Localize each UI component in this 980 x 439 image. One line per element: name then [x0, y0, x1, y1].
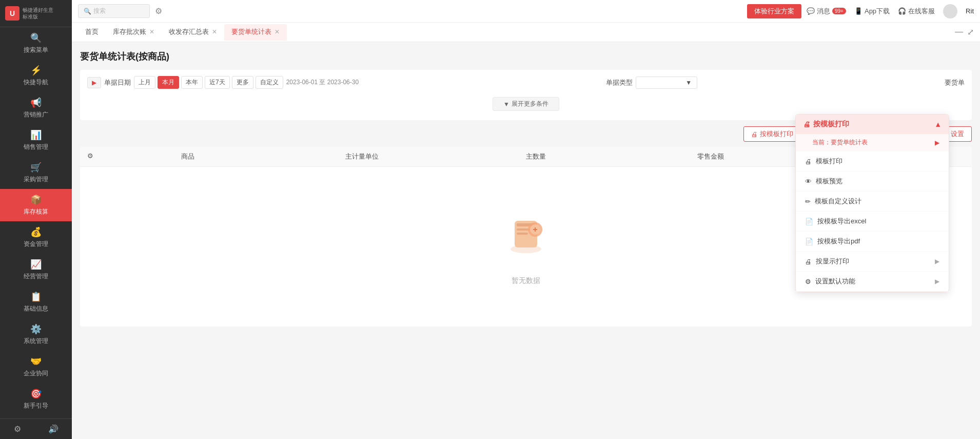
- dropdown-item-export-pdf[interactable]: 📄 按模板导出pdf: [796, 232, 949, 252]
- sidebar-item-label: 基础信息: [24, 304, 48, 313]
- date-buttons: 上月 本月 本年 近7天 更多 自定义: [134, 76, 283, 89]
- template-preview-icon: 👁: [805, 178, 812, 185]
- export-excel-icon: 📄: [805, 218, 813, 225]
- sidebar-nav: 🔍 搜索菜单 ⚡ 快捷导航 📢 营销推广 📊 销售管理 🛒 采购管理 📦 库存核…: [0, 27, 72, 418]
- sidebar-item-search[interactable]: 🔍 搜索菜单: [0, 27, 72, 60]
- tab-batch-label: 库存批次账: [113, 27, 146, 36]
- sidebar-item-finance[interactable]: 💰 资金管理: [0, 221, 72, 254]
- tab-home[interactable]: 首页: [78, 24, 106, 41]
- user-avatar[interactable]: [943, 4, 957, 18]
- app-logo: U 畅捷通好生意 标准版: [0, 0, 72, 27]
- maximize-icon[interactable]: ⤢: [967, 27, 974, 37]
- empty-icon: [500, 208, 552, 269]
- type-filter-label: 单据类型: [606, 78, 633, 87]
- sidebar-item-sales[interactable]: 📊 销售管理: [0, 124, 72, 157]
- trial-button[interactable]: 体验行业方案: [747, 4, 801, 18]
- tab-receipts-close[interactable]: ✕: [212, 28, 217, 35]
- sidebar-item-inventory[interactable]: 📦 库存核算: [0, 189, 72, 221]
- download-icon: 📱: [854, 7, 863, 15]
- sidebar-bottom: ⚙ 🔊: [0, 418, 72, 439]
- tab-receipts[interactable]: 收发存汇总表 ✕: [162, 24, 224, 41]
- sound-button[interactable]: 🔊: [48, 424, 58, 434]
- dropdown-item-export-excel[interactable]: 📄 按模板导出excel: [796, 212, 949, 232]
- dropdown-item-template-print[interactable]: 🖨 模板打印: [796, 151, 949, 171]
- search-icon: 🔍: [30, 32, 42, 44]
- col-goods: 商品: [101, 147, 275, 166]
- filter-expand-left-btn[interactable]: ▶: [87, 77, 101, 88]
- col-unit: 主计量单位: [275, 147, 449, 166]
- date-btn-custom[interactable]: 自定义: [256, 76, 283, 89]
- type-select[interactable]: ▼: [636, 77, 697, 89]
- current-template-label: 当前：要货单统计表: [812, 138, 868, 147]
- system-icon: ⚙️: [30, 323, 42, 335]
- display-print-icon: 🖨: [805, 258, 812, 265]
- sidebar-item-operation[interactable]: 📈 经营管理: [0, 254, 72, 286]
- tab-batch-close[interactable]: ✕: [149, 28, 154, 35]
- template-design-label: 模板自定义设计: [815, 197, 861, 206]
- sidebar-item-collab[interactable]: 🤝 企业协同: [0, 351, 72, 383]
- online-service-label: 在线客服: [908, 7, 935, 16]
- page-content: 要货单统计表(按商品) ▶ 单据日期 上月 本月 本年 近7天 更多 自定义 2…: [72, 42, 980, 439]
- dropdown-item-template-preview[interactable]: 👁 模板预览: [796, 171, 949, 192]
- current-template-arrow: ▶: [935, 139, 939, 146]
- app-download-label: App下载: [865, 7, 890, 16]
- sidebar-item-label: 搜索菜单: [24, 46, 48, 54]
- date-btn-last-month[interactable]: 上月: [134, 76, 155, 89]
- col-gear[interactable]: ⚙: [80, 147, 101, 166]
- logo-text: 畅捷通好生意 标准版: [23, 7, 53, 20]
- dropdown-current-template[interactable]: 当前：要货单统计表 ▶: [796, 134, 949, 151]
- minimize-icon[interactable]: —: [955, 27, 963, 37]
- logo-icon: U: [5, 6, 19, 21]
- default-func-label: 设置默认功能: [815, 277, 855, 286]
- sidebar-item-quicknav[interactable]: ⚡ 快捷导航: [0, 60, 72, 92]
- dropdown-close-icon[interactable]: ▲: [934, 120, 942, 128]
- tab-home-label: 首页: [85, 27, 99, 36]
- dropdown-item-display-print[interactable]: 🖨 按显示打印 ▶: [796, 252, 949, 272]
- quicknav-icon: ⚡: [30, 65, 42, 76]
- sidebar-item-marketing[interactable]: 📢 营销推广: [0, 92, 72, 124]
- sidebar-item-label: 新手引导: [24, 402, 48, 410]
- tab-order-stats-close[interactable]: ✕: [275, 28, 280, 35]
- operation-icon: 📈: [30, 259, 42, 270]
- sidebar-item-system[interactable]: ⚙️ 系统管理: [0, 318, 72, 351]
- messages-button[interactable]: 💬 消息 99+: [807, 7, 846, 16]
- gear-icon[interactable]: ⚙: [155, 6, 162, 16]
- page-title: 要货单统计表(按商品): [80, 50, 972, 63]
- inventory-icon: 📦: [30, 194, 42, 205]
- date-btn-current-month[interactable]: 本月: [158, 76, 179, 89]
- sidebar-item-guide[interactable]: 🎯 新手引导: [0, 383, 72, 415]
- expand-more-row: ▼ 展开更多条件: [87, 94, 965, 114]
- message-icon: 💬: [807, 7, 815, 15]
- search-icon: 🔍: [84, 8, 91, 15]
- expand-more-button[interactable]: ▼ 展开更多条件: [493, 97, 559, 111]
- tab-order-stats[interactable]: 要货单统计表 ✕: [224, 24, 287, 41]
- col-amount: 零售金额: [623, 147, 798, 166]
- dropdown-item-default-func[interactable]: ⚙ 设置默认功能 ▶: [796, 272, 949, 292]
- date-filter-label: 单据日期: [104, 78, 131, 87]
- print-btn-label: 按模板打印: [760, 129, 793, 139]
- finance-icon: 💰: [30, 226, 42, 238]
- date-range-display: 2023-06-01 至 2023-06-30: [286, 78, 359, 87]
- sidebar-item-basic[interactable]: 📋 基础信息: [0, 286, 72, 318]
- sidebar-item-purchase[interactable]: 🛒 采购管理: [0, 157, 72, 189]
- template-preview-label: 模板预览: [816, 177, 842, 186]
- app-download-button[interactable]: 📱 App下载: [854, 7, 890, 16]
- search-bar[interactable]: 🔍 搜索: [78, 4, 150, 18]
- export-pdf-icon: 📄: [805, 238, 813, 245]
- sidebar-item-label: 营销推广: [24, 110, 48, 119]
- expand-more-label: 展开更多条件: [512, 100, 548, 108]
- date-btn-more[interactable]: 更多: [232, 76, 253, 89]
- display-print-left: 🖨 按显示打印: [805, 257, 849, 266]
- online-service-button[interactable]: 🎧 在线客服: [898, 7, 935, 16]
- date-btn-current-year[interactable]: 本年: [181, 76, 203, 89]
- sidebar-item-label: 采购管理: [24, 175, 48, 184]
- dropdown-item-template-design[interactable]: ✏ 模板自定义设计: [796, 192, 949, 212]
- sidebar-item-label: 企业协同: [24, 369, 48, 378]
- default-func-arrow: ▶: [935, 278, 939, 285]
- basic-icon: 📋: [30, 291, 42, 302]
- tab-batch[interactable]: 库存批次账 ✕: [106, 24, 162, 41]
- date-btn-last7days[interactable]: 近7天: [205, 76, 230, 89]
- tabbar: 首页 库存批次账 ✕ 收发存汇总表 ✕ 要货单统计表 ✕ — ⤢: [72, 23, 980, 42]
- settings-button[interactable]: ⚙: [14, 424, 21, 434]
- template-print-icon: 🖨: [805, 158, 812, 165]
